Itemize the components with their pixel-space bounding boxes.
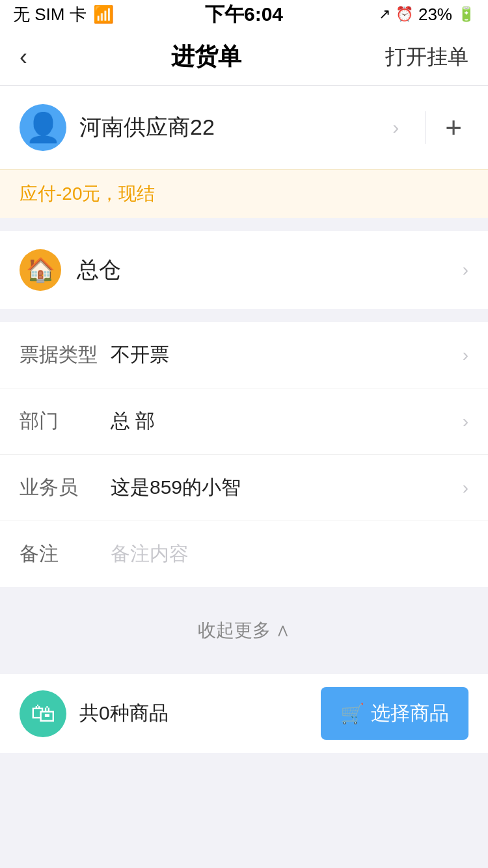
- product-bar: 🛍 共0种商品 🛒 选择商品: [0, 674, 488, 753]
- wifi-icon: 📶: [93, 5, 114, 25]
- status-right: ↗ ⏰ 23% 🔋: [379, 5, 475, 25]
- form-section: 票据类型 不开票 › 部门 总 部 › 业务员 这是859的小智 › 备注 备注…: [0, 322, 488, 587]
- back-button[interactable]: ‹: [20, 44, 27, 71]
- bottom-space: [0, 753, 488, 868]
- warehouse-row[interactable]: 🏠 总仓 ›: [0, 231, 488, 309]
- carrier-text: 无 SIM 卡: [13, 3, 87, 26]
- battery-icon: 🔋: [457, 6, 475, 23]
- alarm-icon: ⏰: [396, 6, 413, 23]
- select-product-icon: 🛒: [340, 702, 364, 725]
- supplier-row[interactable]: 👤 河南供应商22 › +: [0, 86, 488, 169]
- status-time: 下午6:04: [205, 1, 283, 28]
- invoice-type-value: 不开票: [111, 342, 463, 368]
- warehouse-icon-wrap: 🏠: [20, 249, 61, 291]
- collapse-button[interactable]: 收起更多 ∧: [0, 600, 488, 661]
- status-left: 无 SIM 卡 📶: [13, 3, 114, 26]
- supplier-chevron-icon: ›: [392, 116, 399, 139]
- nav-bar: ‹ 进货单 打开挂单: [0, 29, 488, 86]
- warehouse-chevron-icon: ›: [463, 260, 468, 280]
- salesperson-label: 业务员: [20, 474, 111, 501]
- salesperson-value: 这是859的小智: [111, 474, 463, 501]
- select-product-button[interactable]: 🛒 选择商品: [321, 687, 468, 740]
- department-row[interactable]: 部门 总 部 ›: [0, 388, 488, 455]
- vertical-divider: [425, 111, 426, 144]
- invoice-type-row[interactable]: 票据类型 不开票 ›: [0, 322, 488, 388]
- remark-row[interactable]: 备注 备注内容: [0, 521, 488, 587]
- select-product-label: 选择商品: [371, 700, 449, 727]
- supplier-avatar: 👤: [20, 104, 66, 151]
- supplier-name: 河南供应商22: [79, 113, 392, 142]
- remark-label: 备注: [20, 541, 111, 567]
- supplier-section: 👤 河南供应商22 › + 应付-20元，现结: [0, 86, 488, 218]
- warehouse-icon: 🏠: [26, 256, 55, 284]
- product-count-label: 共0种商品: [79, 700, 321, 727]
- status-bar: 无 SIM 卡 📶 下午6:04 ↗ ⏰ 23% 🔋: [0, 0, 488, 29]
- department-value: 总 部: [111, 408, 463, 435]
- location-icon: ↗: [379, 6, 390, 23]
- salesperson-chevron-icon: ›: [463, 478, 468, 498]
- open-pending-button[interactable]: 打开挂单: [385, 43, 468, 72]
- battery-text: 23%: [418, 5, 452, 25]
- department-label: 部门: [20, 408, 111, 435]
- main-content: 👤 河南供应商22 › + 应付-20元，现结 🏠 总仓 › 票据类型 不开票 …: [0, 86, 488, 868]
- remark-input[interactable]: 备注内容: [111, 541, 468, 567]
- invoice-type-chevron-icon: ›: [463, 345, 468, 366]
- notice-bar: 应付-20元，现结: [0, 169, 488, 218]
- person-icon: 👤: [25, 111, 61, 144]
- collapse-label: 收起更多 ∧: [198, 618, 291, 643]
- product-icon-wrap: 🛍: [20, 690, 66, 737]
- page-title: 进货单: [171, 41, 241, 73]
- salesperson-row[interactable]: 业务员 这是859的小智 ›: [0, 455, 488, 521]
- warehouse-name: 总仓: [77, 255, 463, 285]
- invoice-type-label: 票据类型: [20, 342, 111, 368]
- department-chevron-icon: ›: [463, 411, 468, 432]
- shopping-bag-icon: 🛍: [31, 699, 55, 727]
- add-button[interactable]: +: [439, 111, 468, 144]
- notice-text: 应付-20元，现结: [20, 183, 155, 204]
